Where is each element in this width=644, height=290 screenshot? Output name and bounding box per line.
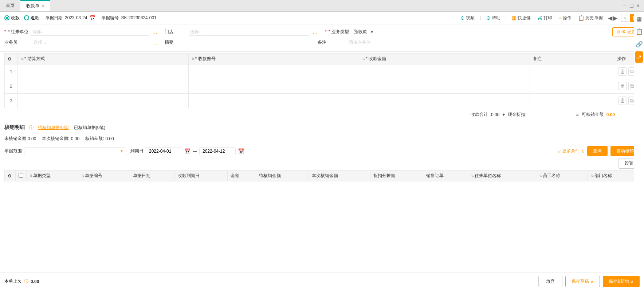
sidebar-link-icon[interactable]: 🔗 [634, 39, 644, 50]
bill-range-chevron: ▾ [121, 149, 123, 154]
view-list-btn[interactable]: ≡ [621, 14, 629, 22]
current-info-icon[interactable]: ⓘ [24, 278, 28, 285]
col-settlement-label: * 结算方式 [24, 56, 45, 62]
staff-sort: ⇅ 员工名称 [539, 173, 585, 179]
date-from-input[interactable] [146, 147, 182, 155]
window-minimize-icon[interactable]: ─ [623, 3, 627, 9]
sidebar-table-icon[interactable]: ▦ [635, 13, 643, 24]
radio-receipt-dot [4, 15, 9, 20]
bottom-col-settings[interactable]: ⚙ [5, 171, 16, 181]
row2-remark[interactable] [530, 79, 614, 94]
counterpart-input[interactable] [31, 28, 149, 36]
video-btn[interactable]: ⊙ 视频 [459, 14, 476, 22]
bottom-col-bill-date: 单据日期 [130, 171, 174, 181]
col-discount-label: 折扣分摊额 [373, 173, 395, 178]
print-btn[interactable]: 🖨 打印 [536, 14, 554, 22]
radio-receipt[interactable]: 收款 [4, 15, 20, 21]
calendar-to-icon[interactable]: 📅 [238, 148, 244, 154]
counterpart-more-icon[interactable]: … [152, 29, 157, 35]
col-amount-label: * 收款金额 [366, 56, 386, 62]
row3-settlement[interactable] [18, 94, 189, 108]
nav-prev-btn[interactable]: ◀ [608, 15, 612, 21]
nav-arrows: ◀ ▶ [608, 15, 617, 21]
sidebar-list-icon[interactable]: 📋 [634, 26, 644, 37]
settlement-sort: ⇅ * 结算方式 [21, 56, 185, 62]
row3-remark[interactable] [530, 94, 614, 108]
date-range: 📅 — 📅 [146, 147, 244, 155]
sort-icon-amount: ⇅ [362, 57, 365, 61]
calendar-icon[interactable]: 📅 [89, 15, 95, 21]
store-input[interactable] [189, 28, 309, 36]
tab-home[interactable]: 首页 [0, 0, 20, 11]
tab-close-icon[interactable]: × [42, 3, 44, 9]
discard-button[interactable]: 放弃 [538, 276, 562, 287]
save-button[interactable]: 保存&新增 ∧ [603, 276, 640, 287]
store-more-icon[interactable]: … [313, 29, 318, 35]
help-btn[interactable]: ⊙ 帮助 [485, 14, 502, 22]
col-dept-label: 部门名称 [594, 173, 612, 179]
hexiao-header: 核销明细 ⓘ 待核销单据(0笔) 已核销单据(0笔) [0, 121, 644, 133]
nav-next-btn[interactable]: ▶ [613, 15, 617, 21]
row3-amount[interactable] [359, 94, 530, 108]
remark-input[interactable] [347, 39, 640, 46]
calendar-from-icon[interactable]: 📅 [184, 148, 191, 154]
draft-button[interactable]: 保存草稿 ∧ [565, 276, 600, 287]
sep2: | [506, 15, 507, 20]
history-btn[interactable]: 📋 历史单据 [577, 14, 604, 22]
row1-amount[interactable] [359, 64, 530, 79]
bill-no-value[interactable]: SK-20230324-001 [121, 15, 156, 20]
row2-amount[interactable] [359, 79, 530, 94]
completed-tab[interactable]: 已核销单据(0笔) [74, 125, 106, 131]
discount-input[interactable] [530, 111, 573, 118]
radio-receipt-label: 收款 [11, 15, 20, 21]
query-btn-label: 查询 [593, 148, 602, 153]
unverified-label: 未核销金额 [4, 136, 26, 142]
check-all[interactable] [19, 173, 23, 178]
row2-delete-icon[interactable]: 🗑 [618, 82, 627, 90]
summary-input[interactable] [195, 39, 310, 46]
query-button[interactable]: 查询 [587, 146, 608, 156]
store-field: 门店 … [165, 28, 318, 36]
row3-account[interactable] [188, 94, 359, 108]
row1-settlement[interactable] [18, 64, 189, 79]
bottom-col-counterpart: ⇅ 往来单位名称 [468, 171, 536, 181]
col-bill-no-label: 单据编号 [85, 173, 102, 179]
verify-value: 0.00 [606, 112, 615, 117]
row1-account[interactable] [188, 64, 359, 79]
save-btn-label: 保存&新增 [609, 278, 629, 285]
staff-more-icon[interactable]: … [152, 40, 157, 46]
row2-settlement[interactable] [18, 79, 189, 94]
bottom-col-due-date: 收款到期日 [174, 171, 228, 181]
col-settings-header[interactable]: ⚙ [5, 54, 18, 64]
biz-type-dropdown-icon[interactable]: ▾ [371, 30, 373, 35]
row1-delete-icon[interactable]: 🗑 [618, 67, 627, 76]
bottom-bar: 本单上欠 ⓘ 0.00 放弃 保存草稿 ∧ 保存&新增 ∧ [0, 273, 644, 290]
video-icon: ⊙ [460, 15, 465, 21]
due-date-field: 到期日 📅 — 📅 [130, 147, 244, 155]
bill-date-value[interactable]: 2023-03-24 [65, 15, 87, 20]
pending-tab[interactable]: 待核销单据(0笔) [38, 125, 70, 131]
more-filter-chevron: ∧ [581, 149, 584, 154]
col-account-label: * 收款账号 [195, 56, 216, 62]
operation-btn[interactable]: ≡ 操作 [557, 14, 573, 22]
sidebar-expand-icon[interactable]: ↗ [635, 51, 643, 63]
shortcut-btn[interactable]: ▦ 快捷键 [510, 14, 532, 22]
more-filter-btn[interactable]: ▽ 更多条件 ∧ [557, 148, 584, 154]
diff-label: 核销差额: [85, 136, 104, 142]
bill-range-select[interactable]: ▾ [24, 147, 126, 155]
sort-bill-no: ⇅ [81, 174, 84, 178]
row2-account[interactable] [188, 79, 359, 94]
counterpart-label: * * 往来单位 [4, 29, 28, 35]
row3-delete-icon[interactable]: 🗑 [618, 97, 627, 105]
window-close-icon[interactable]: × [636, 3, 640, 9]
radio-refund[interactable]: 退款 [24, 15, 39, 21]
row1-remark[interactable] [530, 64, 614, 79]
tab-active[interactable]: 收款单 × [20, 0, 50, 11]
window-maximize-icon[interactable]: □ [630, 3, 633, 9]
date-to-input[interactable] [199, 147, 236, 155]
counterpart-field: * * 往来单位 … [4, 28, 157, 36]
bottom-col-pending: 待核销金额 [256, 171, 309, 181]
hexiao-info-icon[interactable]: ⓘ [29, 125, 34, 131]
staff-input[interactable] [32, 39, 149, 46]
bottom-table: ⚙ ⇅ 单据类型 ⇅ [4, 170, 640, 181]
